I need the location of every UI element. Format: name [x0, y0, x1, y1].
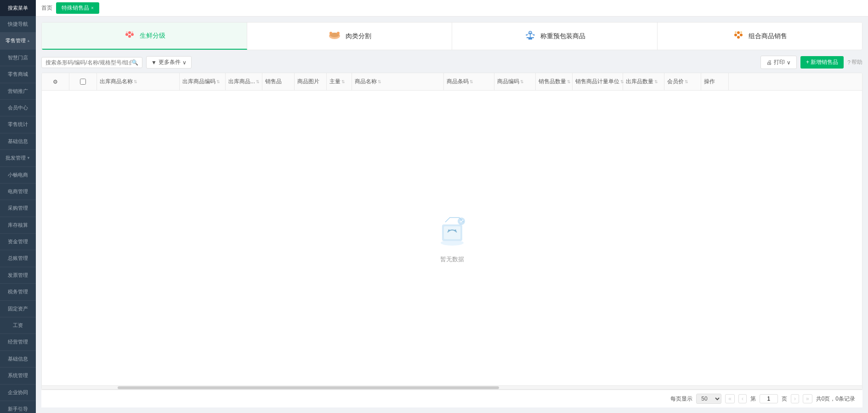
- scale-pkg-icon: [524, 29, 537, 43]
- tab-combo-sale[interactable]: 组合商品销售: [658, 23, 862, 50]
- sidebar-item-newbie[interactable]: 新手引导: [0, 401, 36, 413]
- sidebar-item-retail-stats[interactable]: 零售统计: [0, 116, 36, 133]
- th-out-name: 出库商品名称 ⇅: [97, 73, 180, 90]
- chevron-down-icon: ▲: [27, 38, 30, 43]
- settings-icon[interactable]: ⚙: [53, 79, 58, 85]
- sort-icon[interactable]: ⇅: [256, 80, 260, 84]
- svg-point-18: [734, 34, 737, 36]
- th-out-name2: 出库商品... ⇅: [226, 73, 262, 90]
- sidebar-item-ops-mgmt[interactable]: 经营管理: [0, 334, 36, 350]
- sidebar-item-retail-mall[interactable]: 零售商城: [0, 66, 36, 83]
- sidebar-item-corp-agreement[interactable]: 企业协同: [0, 384, 36, 401]
- sidebar-item-general-ledger[interactable]: 总账管理: [0, 250, 36, 267]
- svg-rect-26: [444, 226, 460, 239]
- sidebar-item-fixed-assets[interactable]: 固定资产: [0, 301, 36, 317]
- active-tab[interactable]: 特殊销售品 ×: [56, 2, 99, 14]
- scroll-indicator[interactable]: [42, 385, 862, 389]
- filter-button[interactable]: ▼ 更多条件 ∨: [146, 56, 192, 69]
- sidebar-item-invoice-mgmt[interactable]: 发票管理: [0, 267, 36, 284]
- page-size-label: 每页显示: [670, 395, 692, 403]
- add-button-label: + 新增销售品: [806, 58, 838, 66]
- sidebar-item-quick-nav[interactable]: 快捷导航: [0, 16, 36, 33]
- first-page-button[interactable]: «: [725, 394, 735, 403]
- sidebar-item-tax-mgmt[interactable]: 税务管理: [0, 284, 36, 300]
- active-tab-label: 特殊销售品: [62, 4, 89, 12]
- svg-point-5: [131, 31, 133, 33]
- sidebar-item-marketing[interactable]: 营销推广: [0, 83, 36, 100]
- meat-cut-icon: [327, 29, 342, 43]
- sidebar-item-retail-mgmt[interactable]: 零售管理 ▲: [0, 33, 36, 49]
- th-settings[interactable]: ⚙: [42, 73, 69, 90]
- search-input[interactable]: [45, 59, 131, 66]
- tab-scale-pkg[interactable]: 称重预包装商品: [452, 23, 658, 50]
- th-sale-name: 商品名称 ⇅: [352, 73, 444, 90]
- feature-tabs: 生鲜分级 肉类分割: [41, 22, 862, 50]
- sort-icon[interactable]: ⇅: [341, 80, 345, 84]
- sidebar-item-basic-info[interactable]: 基础信息: [0, 133, 36, 150]
- svg-point-0: [125, 33, 128, 36]
- empty-illustration: [434, 213, 471, 250]
- sidebar-item-mini-ecom[interactable]: 小畅电商: [0, 167, 36, 184]
- toolbar: 🔍 ▼ 更多条件 ∨ 🖨 打印 ∨ + 新增销售品 ?: [41, 56, 862, 69]
- sidebar-item-sys-mgmt[interactable]: 系统管理: [0, 367, 36, 384]
- sidebar-item-salary[interactable]: 工资: [0, 317, 36, 334]
- fresh-grade-icon: [123, 29, 136, 42]
- combo-sale-icon: [732, 29, 745, 43]
- sidebar-item-basic-info2[interactable]: 基础信息: [0, 351, 36, 367]
- th-checkbox[interactable]: [69, 73, 97, 90]
- help-button[interactable]: ? 帮助: [847, 58, 862, 66]
- svg-point-17: [533, 34, 535, 36]
- th-img: 商品图片: [295, 73, 327, 90]
- page-input[interactable]: [760, 394, 778, 403]
- svg-point-16: [526, 34, 528, 36]
- print-label: 打印: [774, 58, 785, 66]
- filter-arrow-icon: ∨: [182, 59, 187, 66]
- scroll-thumb[interactable]: [118, 386, 499, 389]
- sort-icon[interactable]: ⇅: [216, 80, 220, 84]
- tab-fresh-grade[interactable]: 生鲜分级: [42, 23, 247, 50]
- th-sale-item: 销售品: [262, 73, 295, 90]
- page-size-select[interactable]: 50 20 100: [696, 394, 721, 404]
- add-button[interactable]: + 新增销售品: [800, 56, 844, 69]
- next-page-button[interactable]: ›: [791, 394, 799, 403]
- sidebar-item-member[interactable]: 会员中心: [0, 100, 36, 116]
- home-link[interactable]: 首页: [41, 4, 52, 12]
- help-icon: ?: [847, 59, 851, 66]
- select-all-checkbox[interactable]: [80, 79, 86, 85]
- tab-meat-cut[interactable]: 肉类分割: [247, 23, 453, 50]
- prev-page-button[interactable]: ‹: [738, 394, 747, 403]
- toolbar-right: 🖨 打印 ∨ + 新增销售品 ? 帮助: [760, 56, 862, 69]
- sort-icon[interactable]: ⇅: [378, 80, 381, 84]
- sort-icon[interactable]: ⇅: [654, 80, 658, 84]
- sidebar-item-smart-store[interactable]: 智慧门店: [0, 50, 36, 66]
- help-label: 帮助: [851, 58, 862, 66]
- sort-icon[interactable]: ⇅: [567, 80, 571, 84]
- th-barcode: 商品条码 ⇅: [444, 73, 494, 90]
- search-icon[interactable]: 🔍: [131, 59, 138, 66]
- search-box[interactable]: 🔍: [41, 57, 142, 68]
- last-page-button[interactable]: »: [803, 394, 812, 403]
- sort-icon[interactable]: ⇅: [685, 80, 688, 84]
- sort-icon[interactable]: ⇅: [520, 80, 524, 84]
- filter-icon: ▼: [151, 59, 157, 66]
- th-operation: 操作: [701, 73, 729, 90]
- sort-icon[interactable]: ⇅: [134, 80, 137, 84]
- sidebar-item-ecom-mgmt[interactable]: 电商管理: [0, 184, 36, 200]
- sort-icon[interactable]: ⇅: [470, 80, 473, 84]
- print-button[interactable]: 🖨 打印 ∨: [760, 56, 797, 69]
- svg-point-27: [448, 229, 450, 231]
- th-sale-qty: 销售品数量 ⇅: [536, 73, 573, 90]
- sidebar-item-wholesale-mgmt[interactable]: 批发管理 ▼: [0, 150, 36, 166]
- print-icon: 🖨: [766, 59, 772, 66]
- sidebar-item-purchase-mgmt[interactable]: 采购管理: [0, 200, 36, 217]
- sidebar: 搜索菜单 快捷导航 零售管理 ▲ 智慧门店 零售商城 营销推广 会员中心 零售统…: [0, 0, 36, 413]
- sidebar-item-finance[interactable]: 资金管理: [0, 234, 36, 250]
- sidebar-logo[interactable]: 搜索菜单: [0, 0, 36, 16]
- meat-cut-label: 肉类分割: [346, 32, 371, 40]
- close-tab-icon[interactable]: ×: [91, 6, 94, 11]
- pagination-bar: 每页显示 50 20 100 « ‹ 第 页 › » 共0页，0条记录: [41, 390, 862, 407]
- sidebar-item-inventory[interactable]: 库存核算: [0, 217, 36, 234]
- svg-point-20: [740, 34, 743, 36]
- filter-label: 更多条件: [159, 58, 181, 66]
- fresh-grade-label: 生鲜分级: [140, 32, 165, 40]
